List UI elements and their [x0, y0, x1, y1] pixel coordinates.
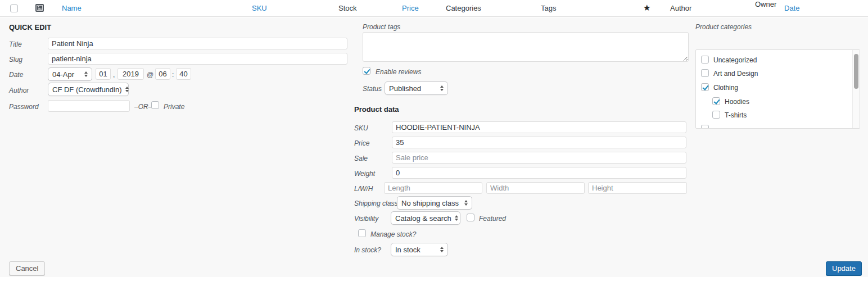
category-checkbox-clothing[interactable]: [701, 83, 709, 91]
product-data-heading: Product data: [354, 105, 399, 114]
sku-label: SKU: [354, 124, 368, 132]
shipping-class-select[interactable]: No shipping class: [397, 196, 472, 210]
featured-label: Featured: [479, 215, 506, 223]
quick-edit-heading: QUICK EDIT: [9, 23, 51, 31]
title-input[interactable]: [48, 38, 347, 49]
sale-price-input[interactable]: [392, 152, 686, 164]
select-arrows-icon: [84, 71, 88, 77]
sku-input[interactable]: [392, 121, 686, 133]
private-checkbox[interactable]: [151, 101, 159, 109]
quick-edit-screen: Name SKU Stock Price Categories Tags ★ A…: [0, 0, 868, 281]
visibility-select[interactable]: Catalog & search: [391, 211, 460, 225]
date-label: Date: [9, 71, 23, 79]
author-select[interactable]: CF DF (Crowdfundin): [48, 83, 129, 96]
cancel-button[interactable]: Cancel: [9, 261, 45, 275]
private-label: Private: [164, 103, 184, 111]
date-colon: :: [172, 71, 174, 79]
weight-label: Weight: [354, 170, 375, 178]
categories-scrollbar[interactable]: [852, 50, 860, 128]
price-label: Price: [354, 139, 369, 147]
column-header-tags: Tags: [541, 4, 556, 12]
in-stock-label: In stock?: [354, 246, 381, 254]
password-input[interactable]: [48, 100, 130, 112]
category-checkbox-clipped[interactable]: [701, 125, 709, 129]
quick-edit-panel: QUICK EDIT Title Slug Date 04-Apr , @ : …: [0, 17, 868, 277]
in-stock-select[interactable]: In stock: [391, 243, 448, 256]
manage-stock-checkbox[interactable]: [358, 229, 366, 237]
column-header-price[interactable]: Price: [402, 4, 419, 12]
height-input[interactable]: [588, 182, 687, 194]
status-select[interactable]: Published: [385, 81, 448, 95]
password-label: Password: [9, 103, 39, 111]
column-header-name[interactable]: Name: [62, 4, 82, 12]
column-header-sku[interactable]: SKU: [252, 4, 267, 12]
column-header-stock: Stock: [338, 4, 357, 12]
date-month-select[interactable]: 04-Apr: [48, 67, 92, 81]
author-label: Author: [9, 87, 29, 94]
date-hour-input[interactable]: [155, 68, 170, 80]
featured-star-icon: ★: [643, 3, 650, 13]
date-year-input[interactable]: [117, 68, 144, 80]
price-input[interactable]: [392, 137, 686, 148]
date-comma: ,: [113, 71, 115, 79]
visibility-label: Visibility: [354, 215, 378, 223]
manage-stock-label: Manage stock?: [370, 230, 416, 238]
enable-reviews-checkbox[interactable]: [363, 67, 370, 75]
products-table-header: Name SKU Stock Price Categories Tags ★ A…: [0, 0, 868, 17]
product-categories-list: Uncategorized Art and Design Clothing Ho…: [695, 49, 860, 129]
column-header-date[interactable]: Date: [784, 4, 799, 12]
select-arrows-icon: [440, 85, 444, 91]
categories-scrollbar-thumb[interactable]: [854, 54, 858, 89]
date-at: @: [147, 71, 153, 79]
select-arrows-icon: [125, 87, 129, 92]
date-minute-input[interactable]: [176, 68, 191, 80]
select-all-checkbox[interactable]: [10, 4, 18, 12]
or-text: –OR–: [134, 103, 152, 111]
select-arrows-icon: [455, 215, 458, 221]
column-header-categories: Categories: [446, 4, 481, 12]
width-input[interactable]: [486, 182, 585, 194]
category-checkbox-uncategorized[interactable]: [701, 56, 709, 64]
enable-reviews-label: Enable reviews: [376, 68, 421, 76]
select-arrows-icon: [464, 200, 468, 206]
slug-input[interactable]: [48, 53, 347, 65]
sale-label: Sale: [354, 155, 368, 162]
date-day-input[interactable]: [96, 68, 111, 80]
length-input[interactable]: [384, 182, 482, 194]
status-label: Status: [363, 85, 382, 93]
product-tags-textarea[interactable]: [363, 32, 689, 62]
select-arrows-icon: [440, 247, 444, 252]
category-checkbox-art-and-design[interactable]: [701, 69, 709, 77]
column-header-owner: Owner: [755, 1, 777, 8]
category-checkbox-t-shirts[interactable]: [712, 111, 720, 119]
title-label: Title: [9, 40, 22, 48]
featured-checkbox[interactable]: [467, 214, 474, 221]
shipping-class-label: Shipping class: [354, 200, 397, 207]
category-checkbox-hoodies[interactable]: [712, 97, 720, 105]
column-header-author: Author: [670, 4, 691, 12]
product-categories-label: Product categories: [695, 23, 752, 31]
slug-label: Slug: [9, 56, 22, 64]
image-column-icon: [35, 4, 44, 12]
product-tags-label: Product tags: [363, 23, 400, 31]
lwh-label: L/W/H: [354, 185, 373, 193]
update-button[interactable]: Update: [826, 261, 862, 275]
weight-input[interactable]: [392, 167, 686, 179]
